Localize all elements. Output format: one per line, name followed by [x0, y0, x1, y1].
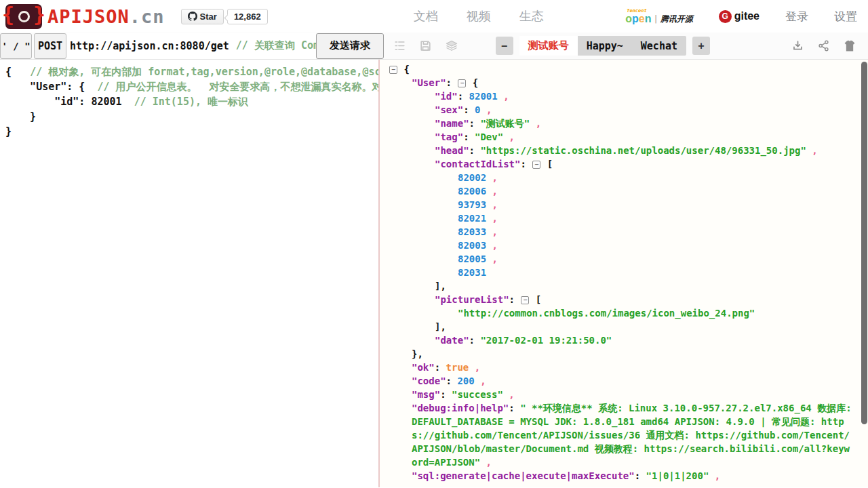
- json-line: "sex": 0 ,: [389, 103, 853, 117]
- json-line: 93793 ,: [389, 198, 853, 211]
- settings-link[interactable]: 设置: [834, 9, 857, 24]
- tab-wechat[interactable]: Wechat: [632, 36, 686, 56]
- json-line: "contactIdList": [: [389, 157, 853, 171]
- response-viewer: {"User": {"id": 82001 ,"sex": 0 ,"name":…: [380, 60, 868, 487]
- theme-tshirt-icon[interactable]: [843, 39, 856, 53]
- github-star-widget: Star 12,862: [181, 9, 268, 24]
- nav-item-video[interactable]: 视频: [467, 8, 491, 24]
- json-line: "sql:generate|cache|execute|maxExecute":…: [389, 469, 853, 483]
- json-line: 82005 ,: [389, 252, 853, 266]
- brand-suffix: .cn: [130, 6, 165, 27]
- json-line: ],: [389, 320, 853, 333]
- layers-icon[interactable]: [445, 39, 458, 53]
- json-line: },: [389, 347, 853, 361]
- save-icon[interactable]: [419, 39, 432, 52]
- method-button[interactable]: POST: [34, 33, 66, 59]
- json-line: "id": 82001 ,: [389, 89, 853, 103]
- brand-name: APIJSON: [47, 6, 130, 27]
- json-line: 82003 ,: [389, 239, 853, 252]
- url-value: http://apijson.cn:8080/get: [70, 40, 229, 52]
- json-line: "id": 82001 // Int(15), 唯一标识: [5, 94, 378, 109]
- json-line: "User": {: [389, 76, 853, 89]
- request-editor[interactable]: { // 根对象, 可在内部加 format,tag,version,@role…: [0, 60, 380, 487]
- remove-tab-button[interactable]: −: [496, 37, 513, 55]
- login-link[interactable]: 登录: [785, 9, 808, 24]
- format-list-icon[interactable]: [393, 39, 406, 52]
- nav-item-ecosystem[interactable]: 生态: [519, 8, 544, 24]
- json-line: 82033 ,: [389, 225, 853, 239]
- json-line: "date": "2017-02-01 19:21:50.0": [389, 333, 853, 347]
- gitee-logo[interactable]: G gitee: [719, 10, 760, 23]
- json-line: 82002 ,: [389, 171, 853, 184]
- response-scrollbar[interactable]: [861, 62, 867, 424]
- quote-toggle-button[interactable]: ' / ": [0, 33, 32, 59]
- view-tools: [393, 39, 458, 53]
- action-icons: [791, 39, 856, 53]
- json-line: "http://common.cnblogs.com/images/icon_w…: [389, 306, 853, 320]
- tencent-open-logo[interactable]: Tencent open | 腾讯开源: [625, 9, 692, 24]
- star-count[interactable]: 12,862: [227, 9, 268, 24]
- json-line: "User": { // 用户公开信息表。 对安全要求高，不想泄漏真实名称。对外…: [5, 79, 378, 94]
- json-line: "msg": "success" ,: [389, 388, 853, 401]
- json-line: "debug:info|help": " **环境信息** 系统: Linux …: [389, 401, 853, 469]
- json-line: {: [389, 62, 853, 76]
- tab-test-account[interactable]: 测试账号: [519, 36, 578, 56]
- url-input[interactable]: http://apijson.cn:8080/get // 关联查询 Comme…: [66, 33, 316, 59]
- main-area: { // 根对象, 可在内部加 format,tag,version,@role…: [0, 60, 868, 487]
- add-tab-button[interactable]: +: [692, 37, 710, 55]
- json-line: }: [5, 109, 378, 124]
- send-request-button[interactable]: 发送请求: [316, 33, 384, 59]
- json-line: 82031: [389, 266, 853, 279]
- json-line: "tag": "Dev" ,: [389, 130, 853, 144]
- star-label: Star: [200, 12, 217, 22]
- json-line: 82006 ,: [389, 184, 853, 198]
- json-line: "code": 200 ,: [389, 374, 853, 388]
- collapse-toggle-icon[interactable]: [521, 296, 529, 304]
- brand-title: APIJSON.cn: [47, 6, 165, 27]
- main-nav: 文档 视频 生态: [414, 8, 544, 24]
- tab-happy[interactable]: Happy~: [578, 36, 632, 56]
- collapse-toggle-icon[interactable]: [532, 161, 540, 169]
- header-right: Tencent open | 腾讯开源 G gitee 登录 设置: [625, 9, 868, 24]
- json-line: }: [5, 124, 378, 139]
- json-line: "pictureList": [: [389, 293, 853, 306]
- github-icon: [188, 12, 197, 21]
- header: { } APIJSON.cn Star 12,862 文档 视频 生态 Tenc…: [0, 0, 868, 33]
- json-line: "name": "测试账号" ,: [389, 117, 853, 130]
- collapse-toggle-icon[interactable]: [458, 79, 466, 87]
- account-tabs: − 测试账号 Happy~ Wechat +: [496, 36, 710, 56]
- json-line: "ok": true ,: [389, 361, 853, 374]
- json-line: 82021 ,: [389, 211, 853, 225]
- download-icon[interactable]: [791, 39, 804, 52]
- json-line: ],: [389, 279, 853, 293]
- request-toolbar: ' / " POST http://apijson.cn:8080/get //…: [0, 33, 868, 60]
- share-icon[interactable]: [817, 39, 830, 52]
- collapse-toggle-icon[interactable]: [389, 66, 397, 74]
- github-star-button[interactable]: Star: [181, 9, 224, 24]
- gitee-icon: G: [719, 10, 732, 23]
- json-line: { // 根对象, 可在内部加 format,tag,version,@role…: [5, 64, 378, 79]
- nav-item-docs[interactable]: 文档: [414, 8, 438, 24]
- apijson-logo-icon: { }: [5, 4, 42, 29]
- tab-strip: 测试账号 Happy~ Wechat: [519, 36, 686, 56]
- json-line: "head": "https://static.oschina.net/uplo…: [389, 144, 853, 157]
- url-comment: // 关联查询 Commen: [236, 39, 316, 52]
